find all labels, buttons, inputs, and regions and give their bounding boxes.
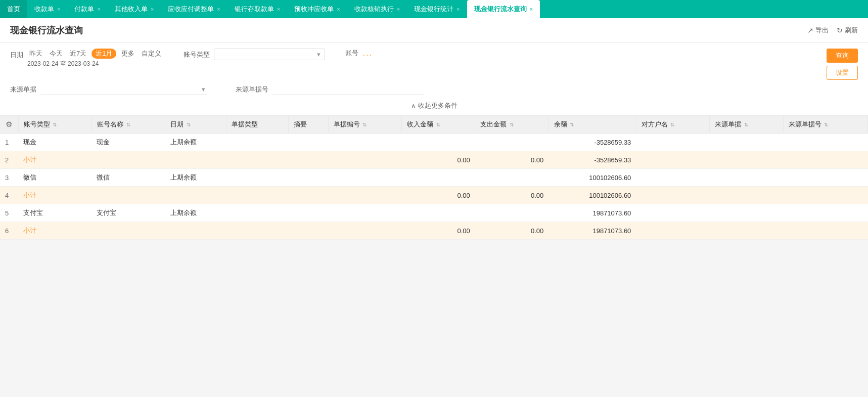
sort-icon[interactable]: ⇅ — [187, 122, 191, 127]
expense-cell — [475, 134, 549, 151]
th-doc-no: 单据编号 ⇅ — [328, 116, 401, 134]
shortcut-yesterday[interactable]: 昨天 — [27, 49, 44, 59]
th-income: 收入金额 ⇅ — [401, 116, 475, 134]
page-title: 现金银行流水查询 — [10, 24, 83, 36]
source-doc-select[interactable]: ▾ — [40, 84, 207, 95]
income-cell: 0.00 — [401, 187, 475, 204]
close-icon[interactable]: × — [397, 0, 400, 18]
table-row: 4小计0.000.00100102606.60 — [0, 187, 868, 204]
nav-collection[interactable]: 收款核销执行 × — [347, 0, 407, 18]
shortcut-today[interactable]: 今天 — [48, 49, 65, 59]
nav-adjustment[interactable]: 应收应付调整单 × — [161, 0, 227, 18]
nav-bank-flow[interactable]: 现金银行流水查询 × — [467, 0, 540, 18]
close-icon[interactable]: × — [337, 0, 340, 18]
row-number: 2 — [0, 151, 18, 169]
doc-type-cell — [226, 134, 289, 151]
th-summary: 摘要 — [288, 116, 328, 134]
sort-icon[interactable]: ⇅ — [126, 122, 130, 127]
income-cell — [401, 204, 475, 222]
source-doc-no-cell — [783, 169, 867, 187]
shortcut-7days[interactable]: 近7天 — [68, 49, 88, 59]
collapse-bar[interactable]: ∧ 收起更多条件 — [10, 99, 858, 111]
source-doc-cell — [710, 169, 783, 187]
nav-prepay[interactable]: 预收冲应收单 × — [287, 0, 347, 18]
settings-button[interactable]: 设置 — [827, 66, 858, 80]
close-icon[interactable]: × — [217, 0, 220, 18]
balance-cell: -3528659.33 — [549, 151, 636, 169]
shortcut-more[interactable]: 更多 — [119, 49, 136, 59]
account-type-col: 账号类型 ▾ — [184, 49, 325, 60]
table-container: ⚙ 账号类型 ⇅ 账号名称 ⇅ 日期 ⇅ 单据类型 摘要 单据编号 — [0, 116, 868, 240]
balance-cell: 19871073.60 — [549, 222, 636, 240]
filter-area: 日期 昨天 今天 近7天 近1月 更多 自定义 2023-02-24 至 202… — [0, 42, 868, 116]
row-number: 3 — [0, 169, 18, 187]
export-button[interactable]: ↗ 导出 — [807, 26, 829, 35]
th-expense: 支出金额 ⇅ — [475, 116, 549, 134]
close-icon[interactable]: × — [277, 0, 280, 18]
summary-cell — [288, 187, 328, 204]
account-name-cell: 支付宝 — [92, 204, 165, 222]
chevron-down-icon: ▾ — [202, 85, 205, 93]
date-range: 2023-02-24 至 2023-03-24 — [27, 60, 163, 68]
sort-icon[interactable]: ⇅ — [824, 122, 828, 127]
shortcut-custom[interactable]: 自定义 — [140, 49, 163, 59]
nav-payment[interactable]: 付款单 × — [67, 0, 107, 18]
counterparty-cell — [636, 151, 709, 169]
source-doc-label: 来源单据 — [10, 85, 36, 94]
th-settings: ⚙ — [0, 116, 18, 134]
nav-receipt[interactable]: 收款单 × — [27, 0, 67, 18]
balance-cell: 100102606.60 — [549, 187, 636, 204]
refresh-icon: ↻ — [837, 26, 843, 34]
account-dots-button[interactable]: ... — [362, 49, 372, 58]
chevron-down-icon: ▾ — [317, 51, 321, 58]
source-doc-cell — [710, 151, 783, 169]
sort-icon[interactable]: ⇅ — [570, 122, 574, 127]
row-number: 4 — [0, 187, 18, 204]
source-doc-no-input[interactable] — [272, 84, 424, 95]
doc-type-cell — [226, 222, 289, 240]
gear-icon[interactable]: ⚙ — [6, 120, 12, 128]
close-icon[interactable]: × — [97, 0, 100, 18]
shortcut-1month[interactable]: 近1月 — [92, 49, 116, 59]
row-number: 1 — [0, 134, 18, 151]
account-name-cell — [92, 151, 165, 169]
nav-bank-deposit[interactable]: 银行存取款单 × — [227, 0, 287, 18]
th-date: 日期 ⇅ — [165, 116, 226, 134]
account-label: 账号 — [345, 49, 358, 58]
sort-icon[interactable]: ⇅ — [510, 122, 514, 127]
source-doc-cell — [710, 222, 783, 240]
date-cell — [165, 151, 226, 169]
sort-icon[interactable]: ⇅ — [744, 122, 748, 127]
close-icon[interactable]: × — [530, 0, 533, 18]
doc-no-cell — [328, 222, 401, 240]
close-icon[interactable]: × — [57, 0, 60, 18]
table-row: 2小计0.000.00-3528659.33 — [0, 151, 868, 169]
balance-cell: -3528659.33 — [549, 134, 636, 151]
th-source-doc: 来源单据 ⇅ — [710, 116, 783, 134]
sort-icon[interactable]: ⇅ — [436, 122, 440, 127]
page-header: 现金银行流水查询 ↗ 导出 ↻ 刷新 — [0, 18, 868, 42]
doc-type-cell — [226, 169, 289, 187]
account-type-cell: 小计 — [18, 222, 92, 240]
th-source-doc-no: 来源单据号 ⇅ — [783, 116, 867, 134]
nav-other-income[interactable]: 其他收入单 × — [108, 0, 161, 18]
account-type-select[interactable]: ▾ — [214, 49, 325, 60]
source-doc-cell — [710, 134, 783, 151]
sort-icon[interactable]: ⇅ — [362, 122, 367, 127]
table-row: 5支付宝支付宝上期余额19871073.60 — [0, 204, 868, 222]
nav-home[interactable]: 首页 — [0, 0, 27, 18]
refresh-button[interactable]: ↻ 刷新 — [837, 26, 858, 35]
doc-type-cell — [226, 187, 289, 204]
source-doc-no-cell — [783, 204, 867, 222]
table-row: 3微信微信上期余额100102606.60 — [0, 169, 868, 187]
close-icon[interactable]: × — [456, 0, 460, 18]
nav-bank-stats[interactable]: 现金银行统计 × — [407, 0, 467, 18]
close-icon[interactable]: × — [151, 0, 154, 18]
sort-icon[interactable]: ⇅ — [670, 122, 674, 127]
doc-no-cell — [328, 134, 401, 151]
header-actions: ↗ 导出 ↻ 刷新 — [807, 26, 858, 35]
search-button[interactable]: 查询 — [827, 49, 858, 63]
sort-icon[interactable]: ⇅ — [53, 122, 57, 127]
account-type-cell: 现金 — [18, 134, 92, 151]
income-cell — [401, 169, 475, 187]
